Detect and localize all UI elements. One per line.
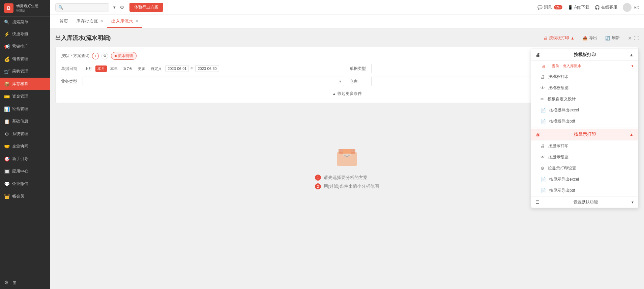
sidebar-item-label: 营销推广 (12, 44, 46, 49)
dropdown-template-chevron[interactable]: ▲ (629, 52, 634, 57)
sidebar-item-operations[interactable]: 📊 经营管理 (0, 103, 50, 115)
sidebar-item-label: 新手引导 (12, 156, 46, 162)
logo-title: 畅捷通好生意 (16, 3, 38, 8)
top-header: 🔍 ▾ ⚙ 体验行业方案 💬 消息 99+ 📱 App下载 🎧 在线客服 (50, 0, 644, 15)
date-this-year[interactable]: 本年 (108, 65, 120, 72)
template-excel-label: 按模板导出excel (549, 107, 579, 113)
empty-icon (333, 142, 360, 169)
display-settings-icon: ⚙ (540, 166, 545, 171)
sidebar-item-inventory[interactable]: 📦 库存核算 (0, 78, 50, 90)
sidebar-item-vip[interactable]: 👑 畅会员 (0, 190, 50, 203)
dropdown-default-settings[interactable]: ☰ 设置默认功能 ▾ (531, 196, 638, 208)
dropdown-template-design[interactable]: ✏ 模板自定义设计 (531, 94, 638, 105)
date-last-month[interactable]: 上月 (83, 65, 94, 72)
filter-tag: 流水明细 (111, 52, 137, 60)
dropdown-template-pdf[interactable]: 📄 按模板导出pdf (531, 116, 638, 127)
sidebar-collapse-button[interactable]: ⊞ (12, 280, 17, 285)
print-chevron-up-icon: ▲ (570, 36, 575, 41)
tab-inventory-batch-close[interactable]: ✕ (100, 19, 103, 23)
sidebar-item-marketing[interactable]: 📢 营销推广 (0, 40, 50, 53)
date-to-input[interactable]: 2023-06-30 (195, 65, 219, 72)
filter-add-button[interactable]: + (92, 53, 99, 59)
filter-business-select[interactable]: ▾ (83, 77, 344, 86)
sidebar-item-system[interactable]: ⚙ 系统管理 (0, 128, 50, 140)
collapse-more-button[interactable]: ▲ 收起更多条件 (328, 89, 366, 98)
basic-icon: 📋 (4, 119, 9, 124)
filter-business-field: 业务类型 ▾ (61, 77, 344, 86)
date-custom[interactable]: 自定义 (149, 65, 164, 72)
user-info[interactable]: Rit (623, 3, 639, 12)
sidebar-item-collab[interactable]: 🤝 企业协同 (0, 140, 50, 153)
current-template-chevron[interactable]: ▾ (632, 64, 634, 68)
sidebar-item-app-center[interactable]: 🔲 应用中心 (0, 165, 50, 178)
print-template-label: 按模板打印 (549, 35, 569, 41)
tab-home-label: 首页 (59, 18, 68, 24)
page-title: 出入库流水(流水明细) (55, 34, 111, 42)
collab-icon: 🤝 (4, 144, 9, 149)
dropdown-display-settings[interactable]: ⚙ 按显示打印设置 (531, 163, 638, 174)
quick-nav-icon: ⚡ (4, 31, 9, 37)
display-print-icon-header: 🖨 (536, 132, 540, 137)
dropdown-display-label: 按显示打印 (574, 131, 596, 137)
sidebar-item-wechat[interactable]: 💬 企业微信 (0, 178, 50, 190)
export-icon: 📤 (583, 36, 588, 41)
display-preview-label: 按显示预览 (548, 154, 568, 160)
header-gear-icon[interactable]: ⚙ (120, 4, 124, 10)
tab-inventory-batch[interactable]: 库存批次账 ✕ (72, 15, 107, 28)
dropdown-display-pdf[interactable]: 📄 按显示导出pdf (531, 185, 638, 196)
sidebar-gear-button[interactable]: ⚙ (4, 280, 8, 286)
dropdown-display-print[interactable]: 🖨 按显示打印 (531, 140, 638, 152)
app-download-button[interactable]: 📱 App下载 (568, 4, 589, 10)
sidebar-item-basic[interactable]: 📋 基础信息 (0, 115, 50, 128)
template-pdf-label: 按模板导出pdf (549, 119, 575, 124)
app-logo: B 畅捷通好生意 标准版 (0, 0, 50, 17)
dropdown-template-print[interactable]: 🖨 按模板打印 (531, 71, 638, 82)
filter-date-control: 上月 本月 本年 近7天 更多 自定义 2023-06-01 至 2023-06… (83, 65, 344, 72)
dropdown-template-excel[interactable]: 📄 按模板导出excel (531, 105, 638, 116)
header-search-box[interactable]: 🔍 (55, 3, 109, 11)
sidebar-item-label: 畅会员 (12, 193, 46, 199)
filter-date-label: 单据日期 (61, 66, 80, 72)
trial-button[interactable]: 体验行业方案 (129, 3, 163, 12)
date-this-month[interactable]: 本月 (95, 65, 107, 72)
sidebar-item-label: 库存核算 (12, 81, 46, 87)
dropdown-current-template[interactable]: 🖨 当前：出入库流水 ▾ (531, 61, 638, 71)
dropdown-display-chevron[interactable]: ▲ (629, 132, 634, 137)
tab-home[interactable]: 首页 (55, 15, 72, 28)
sidebar-item-finance[interactable]: 💳 资金管理 (0, 90, 50, 103)
step-1-text: 请先选择要分析的方案 (324, 175, 368, 181)
page-content: 出入库流水(流水明细) 🖨 按模板打印 ▲ 📤 导出 🔄 刷新 (50, 28, 644, 289)
refresh-button[interactable]: 🔄 刷新 (603, 34, 622, 42)
customer-service-button[interactable]: 🎧 在线客服 (595, 4, 617, 10)
inventory-icon: 📦 (4, 81, 9, 87)
sidebar-item-quick-nav[interactable]: ⚡ 快捷导航 (0, 28, 50, 40)
window-expand-button[interactable]: ⛶ (634, 35, 639, 41)
sidebar-search[interactable]: 🔍 搜索菜单 (0, 17, 50, 28)
date-last-7-days[interactable]: 近7天 (121, 65, 135, 72)
sidebar-item-guide[interactable]: 🎯 新手引导 (0, 153, 50, 165)
search-icon: 🔍 (4, 20, 9, 25)
sidebar-item-purchase[interactable]: 🛒 采购管理 (0, 65, 50, 78)
default-settings-icon: ☰ (536, 200, 539, 205)
filter-settings-button[interactable]: ⚙ (101, 53, 108, 59)
export-button[interactable]: 📤 导出 (580, 34, 600, 42)
dropdown-display-preview[interactable]: 👁 按显示预览 (531, 152, 638, 163)
window-close-button[interactable]: ✕ (628, 35, 632, 41)
business-select-chevron: ▾ (339, 79, 341, 84)
empty-step-2: 2 用[过滤]条件来缩小分析范围 (315, 183, 379, 189)
print-template-button[interactable]: 🖨 按模板打印 ▲ (541, 34, 577, 42)
sidebar-item-sales[interactable]: 💰 销售管理 (0, 53, 50, 65)
page-header: 出入库流水(流水明细) 🖨 按模板打印 ▲ 📤 导出 🔄 刷新 (55, 34, 639, 42)
marketing-icon: 📢 (4, 44, 9, 49)
logo-subtitle: 标准版 (16, 8, 38, 13)
dropdown-display-excel[interactable]: 📄 按显示导出excel (531, 174, 638, 185)
dropdown-template-preview[interactable]: 👁 按模板预览 (531, 82, 638, 94)
messages-button[interactable]: 💬 消息 99+ (537, 4, 562, 10)
filter-date-field: 单据日期 上月 本月 本年 近7天 更多 自定义 2023-06-01 (61, 65, 344, 72)
dropdown-template-label: 按模板打印 (574, 52, 596, 58)
tab-flow-close[interactable]: ✕ (135, 19, 138, 23)
tab-flow[interactable]: 出入库流水 ✕ (107, 15, 142, 28)
header-dropdown-arrow[interactable]: ▾ (113, 5, 116, 10)
date-more[interactable]: 更多 (136, 65, 147, 72)
date-from-input[interactable]: 2023-06-01 (165, 65, 189, 72)
